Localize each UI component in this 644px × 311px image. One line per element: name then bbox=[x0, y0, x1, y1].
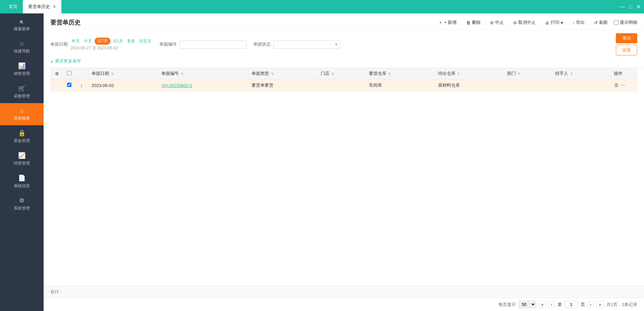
status-filter-group: 单据状态 bbox=[253, 40, 340, 49]
docno-label: 单据编号 bbox=[159, 41, 177, 47]
show-detail-checkbox[interactable] bbox=[614, 20, 619, 25]
sort-doctype-icon[interactable]: ⇅ bbox=[271, 72, 274, 76]
page-number-input[interactable] bbox=[565, 301, 578, 308]
sidebar-item-quick-nav[interactable]: ⌂ 快捷导航 bbox=[0, 36, 44, 58]
sidebar-item-basic-info[interactable]: 📄 基础信息 bbox=[0, 170, 44, 193]
th-checkbox bbox=[64, 68, 75, 80]
tab-close-icon[interactable]: ✕ bbox=[53, 4, 56, 9]
show-detail-label: 显示明细 bbox=[620, 19, 637, 26]
filter-actions: 查询 设置 bbox=[616, 33, 637, 55]
suspend-button[interactable]: ⊘ 中止 bbox=[487, 18, 507, 27]
row-docno-link[interactable]: YH-20230602-0 bbox=[161, 83, 192, 88]
sidebar-item-inventory[interactable]: ⌂ 库存核算 bbox=[0, 103, 44, 125]
sidebar-item-system[interactable]: ⚙ 系统管理 bbox=[0, 193, 44, 215]
shortcut-7days[interactable]: 近7天 bbox=[95, 38, 110, 45]
show-detail-toggle[interactable]: 显示明细 bbox=[614, 19, 637, 26]
pagination-bar: 每页显示 20 50 100 200 « ‹ 第 页 › » 共1页，1条记录 bbox=[44, 298, 644, 311]
page-size-label: 每页显示 bbox=[498, 302, 516, 308]
expand-more[interactable]: ∨ 展开更多条件 bbox=[50, 58, 637, 64]
tab-requisition-history[interactable]: 要货单历史 ✕ bbox=[23, 0, 61, 13]
docno-input[interactable] bbox=[179, 40, 247, 49]
shortcut-custom[interactable]: 自定义 bbox=[138, 38, 153, 45]
query-button[interactable]: 查询 bbox=[616, 33, 637, 43]
export-label: 导出 bbox=[576, 19, 585, 26]
home-icon: ⌂ bbox=[20, 40, 24, 47]
select-all-checkbox[interactable] bbox=[67, 71, 71, 75]
next-page-button[interactable]: › bbox=[588, 301, 594, 308]
prev-page-button[interactable]: ‹ bbox=[549, 301, 555, 308]
th-pending-warehouse: 待出仓库 ⇅ bbox=[435, 68, 504, 80]
maximize-icon[interactable]: □ bbox=[629, 4, 632, 10]
row-view-icon[interactable]: 🖺 bbox=[614, 83, 619, 88]
sort-docno-icon[interactable]: ⇅ bbox=[181, 72, 183, 76]
th-doctype-label: 单据类型 bbox=[252, 71, 269, 76]
sidebar-search[interactable]: 🔍 搜索菜单 bbox=[0, 16, 44, 36]
shortcut-more[interactable]: 更多 bbox=[126, 38, 137, 45]
sum-label: 合计： bbox=[50, 289, 63, 295]
shortcut-yesterday[interactable]: 昨天 bbox=[70, 38, 81, 45]
row-pending-wh-cell: 原材料仓库 bbox=[435, 80, 504, 91]
setting-button[interactable]: 设置 bbox=[616, 45, 637, 55]
page-size-select[interactable]: 20 50 100 200 bbox=[519, 301, 536, 308]
cancel-suspend-icon: ⊘ bbox=[513, 20, 517, 25]
tab-home[interactable]: 首页 bbox=[3, 0, 23, 13]
th-docno: 单据编号 ⇅ bbox=[158, 68, 248, 80]
close-window-icon[interactable]: ✕ bbox=[636, 4, 641, 10]
new-button[interactable]: ＋ + 新增 bbox=[435, 18, 460, 27]
status-select[interactable] bbox=[273, 40, 340, 49]
row-more-icon[interactable]: ⋯ bbox=[621, 83, 625, 88]
shortcut-1month[interactable]: 近1月 bbox=[112, 38, 125, 45]
refresh-icon: ↺ bbox=[594, 20, 598, 25]
sidebar-item-operation[interactable]: 📈 经营管理 bbox=[0, 148, 44, 170]
first-page-button[interactable]: « bbox=[539, 301, 546, 308]
th-num bbox=[75, 68, 88, 80]
th-ops: 操作 bbox=[610, 68, 637, 80]
data-table: ⚙ 单据日期 ⇅ 单据编号 ⇅ bbox=[50, 68, 637, 91]
tab-bar: 首页 要货单历史 ✕ bbox=[3, 0, 61, 13]
window-controls: — □ ✕ bbox=[620, 4, 641, 10]
row-ops-cell: 🖺 ⋯ bbox=[610, 80, 637, 91]
sort-store-icon[interactable]: ⇅ bbox=[331, 72, 334, 76]
delete-label: 删除 bbox=[472, 19, 481, 26]
row-doctype-cell: 要货单要货 bbox=[248, 80, 317, 91]
row-docno-cell: YH-20230602-0 bbox=[158, 80, 248, 91]
row-date-cell: 2023-06-02 bbox=[88, 80, 158, 91]
print-icon: 🖨 bbox=[545, 20, 549, 25]
system-icon: ⚙ bbox=[19, 197, 24, 204]
row-req-wh-cell: 车间库 bbox=[366, 80, 435, 91]
sidebar-label-operation: 经营管理 bbox=[14, 161, 30, 166]
page-header: 要货单历史 ＋ + 新增 🗑 删除 ⊘ 中止 ⊘ 取消中止 bbox=[44, 13, 644, 30]
sort-handler-icon[interactable]: ⇅ bbox=[570, 72, 573, 76]
shortcut-today[interactable]: 今天 bbox=[83, 38, 93, 45]
sidebar-item-purchase[interactable]: 🛒 采购管理 bbox=[0, 81, 44, 103]
sort-pending-wh-icon[interactable]: ⇅ bbox=[457, 72, 460, 76]
sales-icon: 📊 bbox=[18, 62, 25, 70]
print-button[interactable]: 🖨 打印 ▾ bbox=[542, 18, 567, 27]
last-page-button[interactable]: » bbox=[596, 301, 603, 308]
row-checkbox[interactable] bbox=[67, 83, 71, 87]
sidebar-item-fund[interactable]: 🔒 资金管理 bbox=[0, 125, 44, 148]
sort-date-icon[interactable]: ⇅ bbox=[111, 72, 114, 76]
th-gear: ⚙ bbox=[50, 68, 64, 80]
sidebar-item-sales[interactable]: 📊 销售管理 bbox=[0, 58, 44, 81]
sidebar-label-sales: 销售管理 bbox=[14, 71, 30, 77]
delete-button[interactable]: 🗑 删除 bbox=[463, 18, 484, 27]
sort-dept-icon[interactable]: ⇅ bbox=[518, 72, 520, 76]
th-doctype: 单据类型 ⇅ bbox=[248, 68, 317, 80]
cancel-suspend-button[interactable]: ⊘ 取消中止 bbox=[510, 18, 539, 27]
header-actions: ＋ + 新增 🗑 删除 ⊘ 中止 ⊘ 取消中止 🖨 打印 bbox=[435, 18, 637, 27]
sort-req-wh-icon[interactable]: ⇅ bbox=[388, 72, 391, 76]
cancel-suspend-label: 取消中止 bbox=[518, 19, 536, 26]
search-icon: 🔍 bbox=[19, 20, 24, 25]
sidebar-label-purchase: 采购管理 bbox=[14, 93, 30, 99]
export-button[interactable]: ↑ 导出 bbox=[569, 18, 588, 27]
table-footer: 合计： bbox=[44, 286, 644, 298]
minimize-icon[interactable]: — bbox=[620, 4, 625, 10]
th-docno-label: 单据编号 bbox=[161, 71, 179, 76]
gear-icon[interactable]: ⚙ bbox=[55, 71, 59, 76]
inventory-icon: ⌂ bbox=[20, 107, 24, 114]
refresh-button[interactable]: ↺ 刷新 bbox=[591, 18, 611, 27]
sidebar-label-fund: 资金管理 bbox=[14, 138, 30, 144]
row-gear-cell bbox=[50, 80, 64, 91]
th-handler-label: 经手人 bbox=[555, 71, 568, 76]
